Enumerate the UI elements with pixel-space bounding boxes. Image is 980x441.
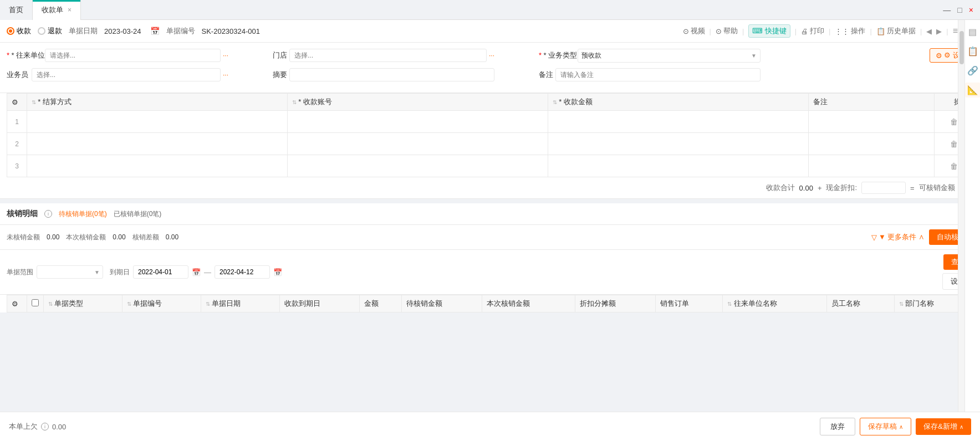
tab-done[interactable]: 已核销单据(0笔) [114,209,162,219]
list-view-icon[interactable]: ≡ [953,26,958,36]
unit-more-btn[interactable]: ··· [223,52,228,59]
filter-area: 未核销金额 0.00 本次核销金额 0.00 核销差额 0.00 ▽ ▼ 更多条… [0,225,980,250]
discount-input[interactable] [861,182,906,194]
staff-input[interactable] [32,68,221,81]
range-field: 单据范围 ▼ [7,265,103,279]
verification-info-icon[interactable]: i [44,210,52,218]
tab-active[interactable]: 收款单 × [33,0,81,20]
staff-label: 业务员 [7,70,32,80]
detail-gear-icon[interactable]: ⚙ [12,300,18,308]
save-new-btn[interactable]: 保存&新增 ∧ [916,418,971,435]
summary-input[interactable] [289,68,494,81]
abandon-btn[interactable]: 放弃 [820,418,855,435]
radio-shoukuan[interactable]: 收款 [7,26,31,36]
row-1-num: 1 [7,111,27,133]
draft-btn[interactable]: 保存草稿 ∧ [860,418,911,435]
sidebar-doc-icon[interactable]: 📋 [965,44,981,59]
row-1-remarks[interactable] [808,111,934,133]
date-separator: — [204,268,211,276]
date-to-input[interactable] [215,265,270,279]
row-1-settlement[interactable] [27,111,288,133]
th-amount2: 金额 [360,295,402,312]
bottom-info-icon[interactable]: i [41,423,49,430]
row-3-amount[interactable] [548,155,808,177]
detail-checkbox-th[interactable] [27,295,44,312]
row-2-amount[interactable] [548,133,808,155]
save-new-arrow: ∧ [959,424,963,430]
bottom-right: 放弃 保存草稿 ∧ 保存&新增 ∧ [820,418,971,435]
th-pending-amount: 待核销金额 [402,295,482,312]
date-range-field: 到期日 📅 — 📅 [110,265,282,279]
shop-input[interactable] [289,49,487,62]
scrollbar[interactable] [958,20,964,419]
shortcut-btn[interactable]: ⌨ 快捷键 [748,24,790,38]
print-btn[interactable]: 🖨 打印 [801,26,824,36]
help-btn[interactable]: ⊙ 帮助 [716,26,738,36]
row-2-delete-icon[interactable]: 🗑 [950,140,958,148]
nav-left-icon[interactable]: ◀ [926,27,932,35]
detail-table-area: ⚙ ⇅ 单据类型 ⇅ 单据编号 ⇅ 单据日期 收款到期日 [0,295,980,312]
tab-home[interactable]: 首页 [0,0,33,20]
table-gear-icon[interactable]: ⚙ [12,98,18,106]
row-2-remarks[interactable] [808,133,934,155]
window-close-icon[interactable]: × [969,6,973,14]
row-3-delete-icon[interactable]: 🗑 [950,162,958,171]
row-3-remarks[interactable] [808,155,934,177]
detail-gear-th[interactable]: ⚙ [7,295,27,312]
search-row: 单据范围 ▼ 到期日 📅 — 📅 查询 设置 [0,250,980,295]
business-select[interactable]: 预收款 ▼ [578,49,760,63]
net-label: 可核销金额 [919,183,955,193]
row-2-account[interactable] [287,133,548,155]
unit-input[interactable] [45,49,221,62]
prev-label: 本单上欠 [9,422,38,432]
top-toolbar: 收款 退款 单据日期 2023-03-24 📅 单据编号 SK-20230324… [0,20,980,43]
business-down-arrow: ▼ [751,53,757,59]
video-btn[interactable]: ⊙ 视频 [683,26,705,36]
history-btn[interactable]: 📋 历史单据 [876,26,916,36]
row-1-amount[interactable] [548,111,808,133]
row-1-delete-icon[interactable]: 🗑 [950,117,958,126]
tab-close-icon[interactable]: × [68,6,72,14]
table-row: 2 🗑 ⊕ [7,133,973,155]
scrollbar-thumb[interactable] [959,31,964,64]
more-cond-btn[interactable]: ▽ ▼ 更多条件 ∧ [871,232,925,242]
gear-th[interactable]: ⚙ [7,94,27,111]
row-2-settlement[interactable] [27,133,288,155]
calendar-from-icon[interactable]: 📅 [192,268,201,276]
tab-pending[interactable]: 待核销单据(0笔) [59,209,107,219]
sidebar-link-icon[interactable]: 🔗 [965,63,981,78]
nav-right-icon[interactable]: ▶ [936,27,942,35]
section-sep [0,199,980,203]
radio-tuidan[interactable]: 退款 [38,26,62,36]
row-2-num: 2 [7,133,27,155]
bottom-bar: 本单上欠 i 0.00 放弃 保存草稿 ∧ 保存&新增 ∧ [0,412,980,441]
summary-field: 摘要 [273,68,494,81]
summary-row: 收款合计 0.00 + 现金折扣: = 可核销金额 0.00 [0,177,980,199]
form-row-2: 业务员 ··· 摘要 备注 [7,68,973,81]
sidebar-table-icon[interactable]: ▤ [966,24,979,39]
business-field: * * 业务类型 预收款 ▼ [539,49,760,63]
shop-more-btn[interactable]: ··· [489,52,494,59]
staff-more-btn[interactable]: ··· [223,71,228,79]
row-3-account[interactable] [287,155,548,177]
discount-label: 现金折扣: [826,183,857,193]
th-unit-name: ⇅ 往来单位名称 [723,295,827,312]
calendar-to-icon[interactable]: 📅 [273,268,282,276]
calendar-icon[interactable]: 📅 [150,27,160,35]
row-1-account[interactable] [287,111,548,133]
prev-value: 0.00 [52,423,66,431]
window-maximize-icon[interactable]: □ [957,6,962,14]
row-3-settlement[interactable] [27,155,288,177]
tab-pending-label: 待核销单据(0笔) [59,209,107,219]
window-minimize-icon[interactable]: — [943,6,951,14]
detail-select-all[interactable] [32,299,39,306]
help-icon: ⊙ [716,27,722,35]
operate-btn[interactable]: ⋮⋮ 操作 [835,26,865,36]
table-area: ⚙ ⇅ * 结算方式 ⇅ * 收款账号 ⇅ * 收款金额 备注 [0,93,980,177]
date-from-input[interactable] [133,265,188,279]
settings-icon: ⚙ [936,52,942,60]
remarks-input[interactable] [555,68,760,81]
history-icon: 📋 [876,27,885,35]
range-select[interactable] [37,265,103,279]
sidebar-expand-icon[interactable]: 📐 [965,83,981,98]
